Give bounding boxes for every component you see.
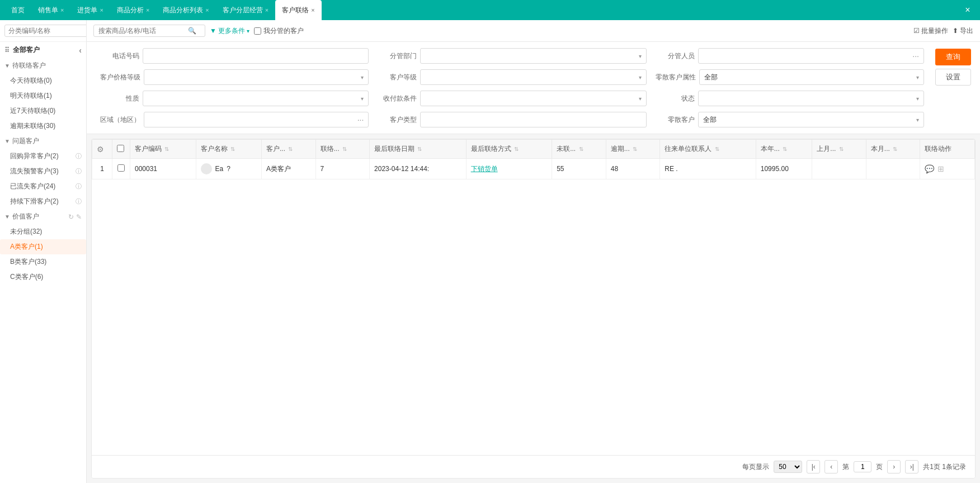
- col-last-month: 上月... ⇅: [812, 140, 866, 159]
- sidebar-item-declining[interactable]: 持续下滑客户(2) ⓘ: [0, 194, 86, 209]
- sidebar-group-pending[interactable]: ▼ 待联络客户: [0, 58, 86, 73]
- contact-method-link[interactable]: 下销货单: [471, 165, 498, 173]
- page-input[interactable]: [854, 461, 871, 472]
- my-customers-checkbox[interactable]: 我分管的客户: [254, 26, 304, 36]
- toolbar-search-icon[interactable]: 🔍: [188, 27, 196, 35]
- sidebar-item-unclassified[interactable]: 未分组(32): [0, 224, 86, 239]
- page-unit: 页: [876, 462, 883, 472]
- nav-customer-segment-close[interactable]: ×: [265, 7, 268, 13]
- last-page-btn[interactable]: ›|: [905, 460, 918, 473]
- batch-op-btn[interactable]: ☑ 批量操作: [913, 26, 948, 36]
- sort-icon-date[interactable]: ⇅: [417, 146, 422, 152]
- sort-icon-overdue[interactable]: ⇅: [633, 146, 637, 152]
- sidebar-collapse-icon[interactable]: ‹: [79, 46, 82, 55]
- sidebar-group-problem[interactable]: ▼ 问题客户: [0, 134, 86, 149]
- col-year-amount-label: 本年...: [761, 145, 780, 153]
- row-select-checkbox[interactable]: [117, 164, 125, 172]
- filter-payment-select[interactable]: ▾: [420, 91, 646, 106]
- filter-nature-select[interactable]: ▾: [143, 91, 369, 106]
- sort-icon-name[interactable]: ⇅: [230, 146, 235, 152]
- filter-dept-select[interactable]: ▾: [420, 48, 646, 64]
- sidebar-item-tomorrow[interactable]: 明天待联络(1): [0, 88, 86, 103]
- setting-button[interactable]: 设置: [935, 69, 971, 86]
- sidebar-refresh-icon[interactable]: ↻: [68, 213, 74, 221]
- sidebar-search-input[interactable]: [4, 25, 87, 37]
- nav-purchase[interactable]: 进货单 ×: [70, 0, 110, 20]
- sidebar-item-today[interactable]: 今天待联络(0): [0, 73, 86, 88]
- prev-page-btn[interactable]: ‹: [824, 460, 838, 473]
- filter-status-select[interactable]: ▾: [698, 91, 924, 106]
- next-page-btn[interactable]: ›: [887, 460, 901, 473]
- per-page-select[interactable]: 50 100 200: [774, 461, 802, 473]
- nav-customer-segment[interactable]: 客户分层经营 ×: [216, 0, 275, 20]
- col-last-month-label: 上月...: [817, 145, 836, 153]
- sort-icon-method[interactable]: ⇅: [514, 146, 519, 152]
- sidebar: 🔍 ⠿ 全部客户 ‹ ▼ 待联络客户 今天待联络(0) 明天待联络(1) 近7天…: [0, 20, 87, 483]
- col-actions-label: 联络动作: [925, 145, 951, 153]
- export-btn[interactable]: ⬆ 导出: [953, 26, 973, 36]
- nav-home[interactable]: 首页: [4, 0, 31, 20]
- nav-customer-contact-close[interactable]: ×: [311, 7, 314, 13]
- nav-product-list-close[interactable]: ×: [205, 7, 209, 13]
- select-all-checkbox[interactable]: [117, 145, 124, 152]
- col-year-amount: 本年... ⇅: [756, 140, 812, 159]
- filter-status-label: 状态: [656, 94, 695, 103]
- nav-sales[interactable]: 销售单 ×: [31, 0, 70, 20]
- filter-retail-select[interactable]: 全部 ▾: [698, 112, 924, 127]
- sidebar-item-abnormal[interactable]: 回购异常客户(2) ⓘ: [0, 149, 86, 164]
- sidebar-item-churn-warning[interactable]: 流失预警客户(3) ⓘ: [0, 164, 86, 179]
- row-contact-person: RE .: [660, 159, 756, 179]
- sort-icon-code[interactable]: ⇅: [164, 146, 169, 152]
- query-button[interactable]: 查询: [935, 49, 971, 65]
- nav-sales-close[interactable]: ×: [60, 7, 64, 13]
- row-level: A类客户: [262, 159, 316, 179]
- sidebar-item-a-class[interactable]: A类客户(1): [0, 239, 86, 254]
- col-contact-person: 往来单位联系人 ⇅: [660, 140, 756, 159]
- my-customers-check[interactable]: [254, 27, 261, 35]
- export-icon: ⬆: [953, 27, 958, 35]
- sidebar-all-customers[interactable]: ⠿ 全部客户 ‹: [0, 42, 86, 58]
- nav-customer-contact[interactable]: 客户联络 ×: [275, 0, 321, 20]
- filter-price-level-select[interactable]: ▾: [144, 69, 369, 85]
- more-filter-btn[interactable]: ▼ 更多条件 ▾: [210, 26, 249, 36]
- nav-product-analysis-close[interactable]: ×: [146, 7, 149, 13]
- filter-phone-input[interactable]: [143, 48, 369, 64]
- filter-customer-level: 客户等级 ▾: [378, 69, 646, 86]
- sort-icon-contact[interactable]: ⇅: [342, 146, 347, 152]
- sort-icon-this-month[interactable]: ⇅: [893, 146, 897, 152]
- info-icon-abnormal: ⓘ: [76, 152, 82, 160]
- col-last-contact-method-label: 最后联络方式: [471, 145, 511, 153]
- sidebar-item-b-class[interactable]: B类客户(33): [0, 254, 86, 269]
- sidebar-item-7days[interactable]: 近7天待联络(0): [0, 103, 86, 119]
- sidebar-item-churned[interactable]: 已流失客户(24) ⓘ: [0, 179, 86, 194]
- sidebar-edit-icon[interactable]: ✎: [76, 213, 82, 221]
- action-icons: 💬 ⊞: [925, 164, 970, 173]
- sort-icon-unlink[interactable]: ⇅: [579, 146, 583, 152]
- sort-icon-contact-person[interactable]: ⇅: [715, 146, 719, 152]
- filter-nature: 性质 ▾: [100, 90, 369, 107]
- filter-manager-select[interactable]: ···: [698, 48, 924, 64]
- sidebar-item-overdue[interactable]: 逾期未联络(30): [0, 119, 86, 134]
- filter-manager-label: 分管人员: [656, 51, 695, 61]
- search-wrap: 🔍: [93, 25, 205, 37]
- sort-icon-level[interactable]: ⇅: [288, 146, 293, 152]
- nav-purchase-close[interactable]: ×: [100, 7, 103, 13]
- window-close-btn[interactable]: ×: [960, 2, 976, 18]
- sort-icon-year[interactable]: ⇅: [783, 146, 787, 152]
- filter-customer-level-select[interactable]: ▾: [420, 69, 646, 85]
- sort-icon-last-month[interactable]: ⇅: [839, 146, 844, 152]
- sidebar-group-value[interactable]: ▼ 价值客户 ↻ ✎: [0, 209, 86, 224]
- table-settings-icon[interactable]: ⚙: [97, 145, 104, 154]
- sidebar-item-c-class[interactable]: C类客户(6): [0, 269, 86, 285]
- filter-customer-type-input[interactable]: [420, 112, 646, 127]
- first-page-btn[interactable]: |‹: [807, 460, 820, 473]
- filter-retail-attr-select[interactable]: 全部 ▾: [699, 69, 924, 85]
- nav-product-analysis[interactable]: 商品分析 ×: [110, 0, 156, 20]
- action-link-icon[interactable]: ⊞: [937, 164, 944, 173]
- search-input[interactable]: [98, 27, 188, 35]
- action-message-icon[interactable]: 💬: [925, 164, 934, 173]
- nav-product-list[interactable]: 商品分析列表 ×: [156, 0, 215, 20]
- table-scroll[interactable]: ⚙ 客户编码 ⇅ 客户名称 ⇅: [92, 139, 975, 455]
- row-name: Ea ?: [196, 159, 262, 179]
- filter-region-select[interactable]: ···: [144, 112, 369, 127]
